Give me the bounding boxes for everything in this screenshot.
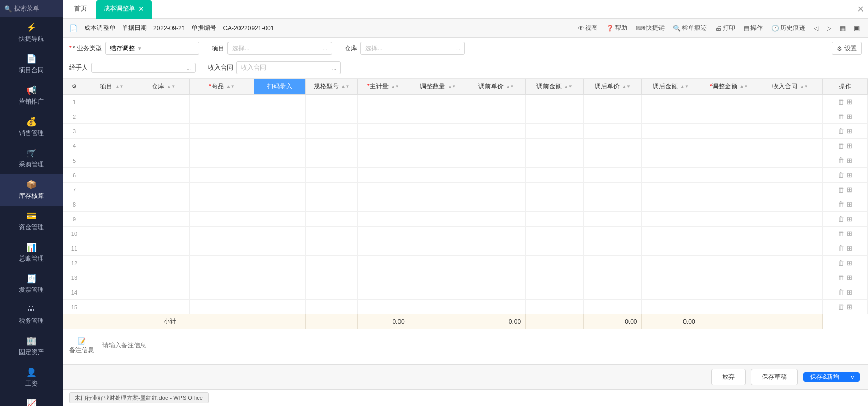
table-cell[interactable] bbox=[86, 300, 138, 314]
col-warehouse[interactable]: 仓库 ▲▼ bbox=[138, 79, 189, 95]
table-cell[interactable] bbox=[758, 227, 823, 241]
table-cell[interactable] bbox=[357, 285, 409, 300]
table-cell[interactable] bbox=[409, 183, 467, 197]
table-cell[interactable] bbox=[642, 168, 700, 183]
table-cell[interactable] bbox=[306, 183, 358, 197]
table-cell[interactable] bbox=[526, 153, 584, 168]
table-cell[interactable] bbox=[254, 153, 306, 168]
table-cell[interactable] bbox=[409, 227, 467, 241]
table-cell[interactable] bbox=[138, 124, 189, 139]
sidebar-item-ledger-mgmt[interactable]: 📊 总账管理 bbox=[0, 237, 63, 268]
table-cell[interactable] bbox=[409, 139, 467, 153]
table-cell[interactable] bbox=[467, 227, 525, 241]
table-cell[interactable] bbox=[758, 139, 823, 153]
copy-icon[interactable]: ⊞ bbox=[847, 156, 852, 164]
delete-icon[interactable]: 🗑 bbox=[838, 259, 844, 267]
table-cell[interactable] bbox=[584, 285, 642, 300]
table-cell[interactable] bbox=[306, 285, 358, 300]
table-cell[interactable] bbox=[584, 300, 642, 314]
table-cell[interactable] bbox=[306, 256, 358, 270]
table-cell[interactable] bbox=[526, 168, 584, 183]
delete-icon[interactable]: 🗑 bbox=[838, 200, 844, 208]
table-cell[interactable] bbox=[306, 227, 358, 241]
table-cell[interactable] bbox=[254, 139, 306, 153]
table-cell[interactable] bbox=[86, 197, 138, 212]
table-cell[interactable] bbox=[642, 124, 700, 139]
delete-icon[interactable]: 🗑 bbox=[838, 156, 844, 164]
table-cell[interactable] bbox=[642, 227, 700, 241]
table-cell[interactable] bbox=[86, 256, 138, 270]
table-cell[interactable] bbox=[526, 241, 584, 256]
table-cell[interactable] bbox=[138, 285, 189, 300]
layout2-button[interactable]: ▣ bbox=[852, 25, 862, 32]
sidebar-item-inventory-calc[interactable]: 📦 库存核算 bbox=[0, 174, 63, 206]
delete-icon[interactable]: 🗑 bbox=[838, 171, 844, 179]
table-cell[interactable] bbox=[700, 153, 758, 168]
sidebar-item-project-contract[interactable]: 📄 项目合同 bbox=[0, 49, 63, 80]
col-prev-unit-price[interactable]: 调前单价 ▲▼ bbox=[467, 79, 525, 95]
tab-cost-adjust[interactable]: 成本调整单 ✕ bbox=[96, 0, 152, 19]
delete-icon[interactable]: 🗑 bbox=[838, 303, 844, 311]
table-cell[interactable] bbox=[138, 95, 189, 109]
table-cell[interactable] bbox=[700, 95, 758, 109]
actions-button[interactable]: ▤ 操作 bbox=[741, 24, 765, 32]
sidebar-item-sales-mgmt[interactable]: 💰 销售管理 bbox=[0, 111, 63, 143]
nav-next-button[interactable]: ▷ bbox=[825, 25, 833, 32]
col-unit[interactable]: *主计量 ▲▼ bbox=[357, 79, 409, 95]
table-cell[interactable] bbox=[700, 183, 758, 197]
table-cell[interactable] bbox=[254, 227, 306, 241]
table-cell[interactable] bbox=[189, 270, 254, 285]
table-cell[interactable] bbox=[138, 256, 189, 270]
table-cell[interactable] bbox=[758, 285, 823, 300]
tab-home[interactable]: 首页 bbox=[67, 0, 94, 19]
table-cell[interactable] bbox=[306, 139, 358, 153]
col-scan[interactable]: 扫码录入 bbox=[254, 79, 306, 95]
col-goods[interactable]: *商品 ▲▼ bbox=[189, 79, 254, 95]
taskbar-item[interactable]: 木门行业好业财处理方案-墨红红.doc - WPS Office bbox=[69, 392, 209, 403]
table-cell[interactable] bbox=[306, 124, 358, 139]
table-cell[interactable] bbox=[700, 197, 758, 212]
table-cell[interactable] bbox=[758, 300, 823, 314]
table-cell[interactable] bbox=[189, 124, 254, 139]
table-cell[interactable] bbox=[642, 109, 700, 124]
table-cell[interactable] bbox=[306, 270, 358, 285]
save-draft-button[interactable]: 保存草稿 bbox=[751, 369, 798, 385]
handler-input[interactable]: ... bbox=[91, 63, 196, 73]
table-cell[interactable] bbox=[254, 212, 306, 227]
table-cell[interactable] bbox=[357, 168, 409, 183]
table-cell[interactable] bbox=[700, 168, 758, 183]
table-cell[interactable] bbox=[642, 153, 700, 168]
table-cell[interactable] bbox=[357, 300, 409, 314]
layout1-button[interactable]: ▦ bbox=[838, 25, 848, 32]
table-cell[interactable] bbox=[306, 95, 358, 109]
table-cell[interactable] bbox=[138, 241, 189, 256]
table-cell[interactable] bbox=[467, 285, 525, 300]
table-cell[interactable] bbox=[138, 168, 189, 183]
table-cell[interactable] bbox=[584, 197, 642, 212]
sidebar-item-quick-nav[interactable]: ⚡ 快捷导航 bbox=[0, 17, 63, 49]
table-cell[interactable] bbox=[409, 197, 467, 212]
table-cell[interactable] bbox=[409, 256, 467, 270]
copy-icon[interactable]: ⊞ bbox=[847, 230, 852, 238]
copy-icon[interactable]: ⊞ bbox=[847, 112, 852, 120]
window-close-button[interactable]: ✕ bbox=[857, 4, 864, 14]
table-cell[interactable] bbox=[409, 124, 467, 139]
table-cell[interactable] bbox=[86, 109, 138, 124]
table-cell[interactable] bbox=[254, 95, 306, 109]
table-cell[interactable] bbox=[254, 124, 306, 139]
sidebar-item-tax-mgmt[interactable]: 🏛 税务管理 bbox=[0, 300, 63, 331]
col-after-amount[interactable]: 调后金额 ▲▼ bbox=[642, 79, 700, 95]
table-cell[interactable] bbox=[467, 109, 525, 124]
col-settings[interactable]: ⚙ bbox=[63, 79, 86, 95]
table-cell[interactable] bbox=[467, 256, 525, 270]
table-cell[interactable] bbox=[138, 109, 189, 124]
table-cell[interactable] bbox=[254, 168, 306, 183]
table-cell[interactable] bbox=[584, 95, 642, 109]
table-cell[interactable] bbox=[584, 124, 642, 139]
delete-icon[interactable]: 🗑 bbox=[838, 288, 844, 296]
table-cell[interactable] bbox=[526, 197, 584, 212]
table-cell[interactable] bbox=[357, 153, 409, 168]
copy-icon[interactable]: ⊞ bbox=[847, 200, 852, 208]
table-cell[interactable] bbox=[700, 270, 758, 285]
table-cell[interactable] bbox=[254, 197, 306, 212]
